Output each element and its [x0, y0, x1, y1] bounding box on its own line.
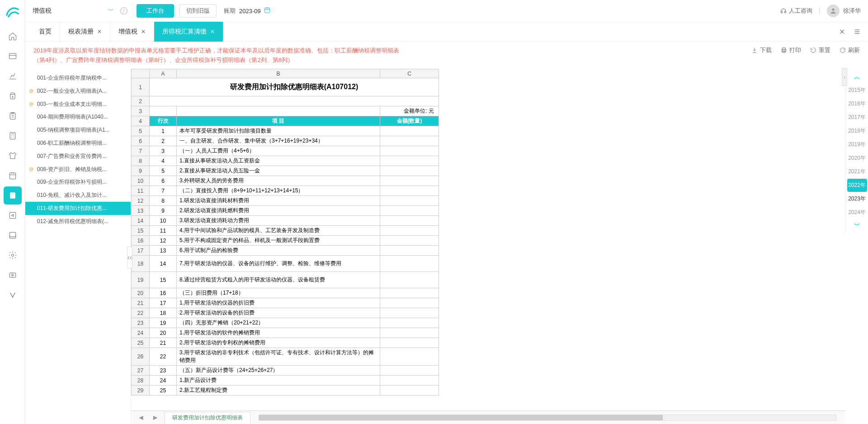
tab-2[interactable]: 增值税✕	[110, 22, 154, 42]
download-button[interactable]: 下载	[751, 46, 772, 54]
row-header[interactable]: 24	[132, 328, 150, 338]
item-cell[interactable]: 4.用于中间试验和产品试制的模具、工艺装备开发及制造费	[177, 226, 380, 236]
col-header[interactable]: A	[150, 69, 177, 78]
amount-cell[interactable]	[380, 196, 439, 206]
collapse-sidebar-handle[interactable]: ‹‹	[127, 247, 132, 268]
nav-v-icon[interactable]	[4, 286, 22, 304]
nav-money-icon[interactable]	[4, 87, 22, 105]
year-button[interactable]: 2016年	[847, 97, 867, 110]
year-button[interactable]: 2024年	[847, 206, 867, 219]
row-header[interactable]: 29	[132, 386, 150, 395]
amount-cell[interactable]	[380, 288, 439, 298]
amount-cell[interactable]	[380, 126, 439, 136]
reset-button[interactable]: 重置	[810, 46, 830, 54]
form-list-item[interactable]: ⊘002-一般企业收入明细表(A...	[25, 85, 131, 98]
expand-year-handle[interactable]: ›	[842, 68, 847, 86]
row-header[interactable]: 16	[132, 236, 150, 246]
item-cell[interactable]: （五）新产品设计费等（24+25+26+27）	[177, 366, 380, 376]
sheet-grid[interactable]: ABC1研发费用加计扣除优惠明细表(A107012)23金额单位: 元4行次项 …	[131, 69, 845, 410]
item-cell[interactable]: （四）无形资产摊销（20+21+22）	[177, 318, 380, 328]
tab-close-icon[interactable]: ✕	[141, 29, 146, 35]
row-header[interactable]: 6	[132, 136, 150, 146]
tab-close-icon[interactable]: ✕	[210, 29, 215, 35]
row-header[interactable]: 9	[132, 166, 150, 176]
amount-cell[interactable]	[380, 206, 439, 216]
row-header[interactable]: 25	[132, 338, 150, 348]
item-cell[interactable]: 3.外聘研发人员的劳务费用	[177, 176, 380, 186]
nav-calc-icon[interactable]	[4, 127, 22, 145]
amount-cell[interactable]	[380, 308, 439, 318]
amount-cell[interactable]	[380, 318, 439, 328]
form-list-item[interactable]: 007-广告费和业务宣传费跨...	[25, 150, 131, 163]
refresh-button[interactable]: 刷新	[840, 46, 860, 54]
row-header[interactable]: 17	[132, 246, 150, 256]
year-button[interactable]: 2021年	[847, 165, 867, 178]
amount-cell[interactable]	[380, 348, 439, 366]
seq-cell[interactable]: 7	[150, 186, 177, 196]
item-cell[interactable]: 2.用于研发活动的设备的折旧费	[177, 308, 380, 318]
seq-cell[interactable]: 22	[150, 348, 177, 366]
row-header[interactable]: 8	[132, 156, 150, 166]
row-header[interactable]: 21	[132, 298, 150, 308]
year-button[interactable]: 2020年	[847, 152, 867, 165]
item-cell[interactable]: 本年可享受研发费用加计扣除项目数量	[177, 126, 380, 136]
seq-cell[interactable]: 4	[150, 156, 177, 166]
item-cell[interactable]: 3.用于研发活动的非专利技术（包括许可证、专有技术、设计和计算方法等）的摊销费用	[177, 348, 380, 366]
row-header[interactable]: 27	[132, 366, 150, 376]
form-list-item[interactable]: 011-研发费用加计扣除优惠...	[25, 202, 131, 215]
seq-cell[interactable]: 13	[150, 246, 177, 256]
nav-return-icon[interactable]	[4, 206, 22, 224]
amount-cell[interactable]	[380, 338, 439, 348]
seq-cell[interactable]: 14	[150, 256, 177, 272]
row-header[interactable]: 11	[132, 186, 150, 196]
item-cell[interactable]: 2.研发活动直接消耗燃料费用	[177, 206, 380, 216]
seq-cell[interactable]: 25	[150, 386, 177, 395]
year-button[interactable]: 2019年	[847, 138, 867, 151]
old-version-button[interactable]: 切到旧版	[179, 4, 217, 18]
year-button[interactable]: 2022年	[847, 179, 867, 192]
horizontal-scrollbar[interactable]	[259, 414, 836, 421]
nav-shirt-icon[interactable]	[4, 147, 22, 165]
nav-tax-icon[interactable]	[4, 186, 22, 205]
tab-close-icon[interactable]: ✕	[97, 29, 102, 35]
seq-cell[interactable]: 5	[150, 166, 177, 176]
item-cell[interactable]: 2.直接从事研发活动人员五险一金	[177, 166, 380, 176]
amount-cell[interactable]	[380, 256, 439, 272]
amount-cell[interactable]	[380, 226, 439, 236]
year-down-icon[interactable]: ︾	[852, 220, 863, 231]
nav-video-icon[interactable]	[4, 266, 22, 284]
item-cell[interactable]: 1.直接从事研发活动人员工资薪金	[177, 156, 380, 166]
amount-cell[interactable]	[380, 366, 439, 376]
item-cell[interactable]: 2.用于研发活动的专利权的摊销费用	[177, 338, 380, 348]
row-header[interactable]: 7	[132, 146, 150, 156]
item-cell[interactable]: 2.新工艺规程制定费	[177, 386, 380, 395]
nav-card-icon[interactable]	[4, 47, 22, 65]
amount-cell[interactable]	[380, 328, 439, 338]
year-button[interactable]: 2023年	[847, 192, 867, 205]
sheet-tab-next[interactable]: ►	[150, 414, 161, 422]
col-header[interactable]: C	[380, 69, 439, 78]
tab-0[interactable]: 首页	[31, 22, 60, 42]
tab-3[interactable]: 所得税汇算清缴✕	[154, 22, 223, 42]
form-list-item[interactable]: 010-免税、减计收入及加计...	[25, 189, 131, 202]
print-button[interactable]: 打印	[781, 46, 801, 54]
row-header[interactable]: 15	[132, 226, 150, 236]
support-link[interactable]: 人工咨询	[780, 7, 812, 15]
item-cell[interactable]: 一、自主研发、合作研发、集中研发（3+7+16+19+23+34）	[177, 136, 380, 146]
amount-cell[interactable]	[380, 176, 439, 186]
amount-cell[interactable]	[380, 156, 439, 166]
nav-settings-icon[interactable]	[4, 246, 22, 264]
col-header[interactable]: B	[177, 69, 380, 78]
row-header[interactable]: 18	[132, 256, 150, 272]
amount-cell[interactable]	[380, 166, 439, 176]
nav-chart-icon[interactable]	[4, 67, 22, 85]
close-all-icon[interactable]: ✕	[836, 26, 847, 37]
item-cell[interactable]: 6.用于试制产品的检验费	[177, 246, 380, 256]
row-header[interactable]: 26	[132, 348, 150, 366]
seq-cell[interactable]: 16	[150, 288, 177, 298]
seq-cell[interactable]: 8	[150, 196, 177, 206]
item-cell[interactable]: 1.用于研发活动的软件的摊销费用	[177, 328, 380, 338]
nav-clipboard-icon[interactable]	[4, 107, 22, 125]
seq-cell[interactable]: 23	[150, 366, 177, 376]
row-header[interactable]: 13	[132, 206, 150, 216]
